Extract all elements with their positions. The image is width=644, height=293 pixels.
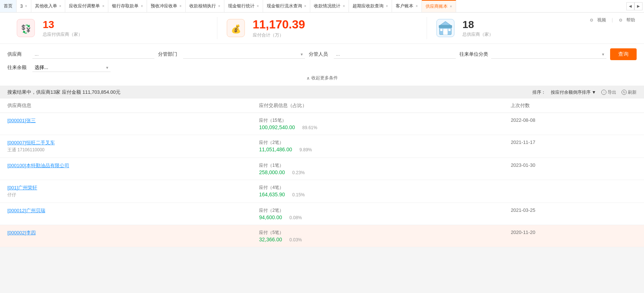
nav-tab-ar-ap-adjust[interactable]: 应收应付调整单 × [65, 0, 108, 13]
filter-balance-select-wrap: 选择... ▼ [32, 63, 111, 72]
nav-next-button[interactable]: ▶ [634, 2, 643, 10]
filter-category-select[interactable] [491, 50, 606, 59]
nav-tab-cash-flow-label: 现金银行流水查询 [267, 3, 302, 9]
filter-dept-select[interactable] [183, 50, 305, 59]
trans-info-col: 应付（4笔） 164,635.90 0.15% [259, 185, 511, 197]
nav-tab-supplier-book-close[interactable]: × [450, 4, 452, 8]
trans-amount: 164,635.90 [259, 192, 285, 197]
refresh-button[interactable]: ↻ 刷新 [622, 89, 637, 96]
nav-tab-customer-book-label: 客户账本 [396, 3, 413, 9]
nav-tab-bank-deposit-close[interactable]: × [141, 4, 143, 8]
nav-tab-cash-bank-stat-label: 现金银行统计 [228, 3, 255, 9]
trans-label: 应付（4笔） [259, 185, 511, 191]
svg-text:💱: 💱 [21, 24, 31, 34]
trans-amount: 11,051,486.00 [259, 146, 292, 152]
supplier-id-name: [000007]恒旺二手叉车 [7, 140, 55, 145]
stat-block-payable-total: 💰 11,170.39 应付合计（万） [217, 17, 427, 39]
nav-tab-cash-flow[interactable]: 现金银行流水查询 × [263, 0, 311, 13]
nav-tab-supplier-book[interactable]: 供应商账本 × [422, 0, 456, 13]
video-link[interactable]: 视频 [597, 17, 606, 23]
filter-person: 分管人员 [309, 50, 456, 59]
table-row: [000012]广州贝瑞 应付（2笔） 94,600.00 0.08% 2021… [0, 203, 644, 225]
filter-dept-select-wrap: ▼ [183, 50, 305, 59]
nav-tab-ar-ap-adjust-close[interactable]: × [102, 4, 104, 8]
nav-tab-bank-deposit[interactable]: 银行存取款单 × [108, 0, 147, 13]
nav-tab-receipt-verify-label: 收款核销执行 [189, 3, 216, 9]
nav-tab-receipt-verify-close[interactable]: × [218, 4, 220, 8]
supplier-link[interactable]: [000100]本特勤油品有限公司 [7, 162, 259, 169]
nav-tab-cash-bank-stat-close[interactable]: × [257, 4, 259, 8]
nav-tab-supplier-book-label: 供应商账本 [426, 3, 448, 10]
supplier-link[interactable]: [000002]李四 [7, 230, 259, 236]
supplier-link[interactable]: [000007]恒旺二手叉车 [7, 139, 259, 146]
supplier-link[interactable]: [001]广州荣轩 [7, 185, 259, 191]
nav-tab-overdue-ar[interactable]: 超期应收款查询 × [349, 0, 392, 13]
last-pay-date: 2023-01-30 [511, 162, 535, 168]
filter-balance-select[interactable]: 选择... [32, 63, 111, 72]
nav-tab-home-label: 首页 [4, 3, 13, 9]
filter-row-2: 往来余额 选择... ▼ [7, 63, 637, 72]
nav-tab-overdue-ar-close[interactable]: × [386, 4, 388, 8]
nav-tab-receipt-stat[interactable]: 收款情况统计 × [310, 0, 349, 13]
nav-tab-prepay-offset[interactable]: 预收冲应收单 × [147, 0, 186, 13]
trans-row: 11,051,486.00 9.89% [259, 146, 511, 152]
collapse-filter-button[interactable]: ∧ 收起更多条件 [7, 75, 637, 81]
stat-info-payable-total: 11,170.39 应付合计（万） [253, 18, 305, 38]
stat-info-total-suppliers: 18 总供应商（家） [462, 19, 493, 38]
nav-tab-cash-bank-stat[interactable]: 现金银行统计 × [224, 0, 263, 13]
trans-info-col: 应付（2笔） 11,051,486.00 9.89% [259, 139, 511, 152]
filter-supplier-input[interactable] [32, 50, 154, 59]
stats-bar: 💱 13 总应付供应商（家） 💰 11,170.39 应付合计（万） [0, 13, 644, 44]
last-pay-col: 2020-11-20 [511, 230, 637, 235]
export-label: 导出 [608, 89, 616, 96]
supplier-id-name: [001]广州荣轩 [7, 185, 37, 190]
nav-tab-receipt-stat-label: 收款情况统计 [314, 3, 340, 9]
nav-tab-prepay-offset-close[interactable]: × [179, 4, 182, 8]
supplier-info-col: [000007]恒旺二手叉车 王通 17106110000 [7, 139, 259, 153]
nav-tab-receipt-stat-close[interactable]: × [343, 4, 345, 8]
last-pay-col: 2022-08-08 [511, 117, 637, 123]
nav-arrow-group: ◀ ▶ [625, 2, 644, 10]
trans-percent: 9.89% [300, 147, 312, 152]
trans-row: 100,092,540.00 89.61% [259, 124, 511, 130]
last-pay-col: 2021-11-17 [511, 139, 637, 145]
nav-tab-3-close[interactable]: × [25, 4, 27, 8]
nav-tab-other-income[interactable]: 其他收入单 × [31, 0, 66, 13]
help-link[interactable]: 帮助 [626, 17, 635, 23]
supplier-id-name: [000001]张三 [7, 118, 36, 123]
nav-tab-ar-ap-adjust-label: 应收应付调整单 [69, 3, 100, 9]
top-navigation: 首页 3 × 其他收入单 × 应收应付调整单 × 银行存取款单 × 预收冲应收单… [0, 0, 644, 13]
payable-total-number: 11,170.39 [253, 18, 305, 31]
supplier-link[interactable]: [000001]张三 [7, 117, 259, 124]
filter-supplier-label: 供应商 [7, 51, 29, 58]
nav-tab-receipt-verify[interactable]: 收款核销执行 × [186, 0, 224, 13]
col-header-trans: 应付交易信息（占比） [259, 102, 511, 109]
nav-tab-other-income-close[interactable]: × [59, 4, 62, 8]
export-button[interactable]: ↑ 导出 [601, 89, 616, 96]
supplier-id-name: [000100]本特勤油品有限公司 [7, 163, 69, 168]
last-pay-date: 2022-08-08 [511, 117, 535, 123]
nav-tab-customer-book[interactable]: 客户账本 × [392, 0, 422, 13]
trans-label: 应付（5笔） [259, 230, 511, 236]
filter-person-input[interactable] [334, 50, 456, 59]
last-pay-col: 2023-01-30 [511, 162, 637, 168]
supplier-link[interactable]: [000012]广州贝瑞 [7, 207, 259, 214]
nav-tab-customer-book-close[interactable]: × [416, 4, 418, 8]
sort-value-text: 按应付余额倒序排序 [551, 90, 591, 95]
total-suppliers-number: 18 [462, 19, 493, 31]
sort-value[interactable]: 按应付余额倒序排序 ▼ [551, 89, 596, 96]
filter-balance-label: 往来余额 [7, 64, 29, 71]
filter-category-label: 往来单位分类 [459, 51, 488, 58]
circle-icon2: ⊙ [619, 18, 622, 22]
collapse-up-icon: ∧ [307, 76, 310, 81]
circle-icon: ⊙ [590, 18, 593, 22]
nav-tab-3[interactable]: 3 × [17, 0, 31, 13]
filter-bar: 供应商 分管部门 ▼ 分管人员 往来单位分类 ▼ [0, 44, 644, 86]
nav-tab-home[interactable]: 首页 [0, 0, 17, 13]
nav-tab-bank-deposit-label: 银行存取款单 [112, 3, 139, 9]
table-row: [000007]恒旺二手叉车 王通 17106110000 应付（2笔） 11,… [0, 135, 644, 158]
search-button[interactable]: 查询 [610, 48, 637, 60]
nav-tab-cash-flow-close[interactable]: × [304, 4, 307, 8]
stat-block-payable-suppliers: 💱 13 总应付供应商（家） [7, 17, 217, 39]
nav-prev-button[interactable]: ◀ [626, 2, 634, 10]
